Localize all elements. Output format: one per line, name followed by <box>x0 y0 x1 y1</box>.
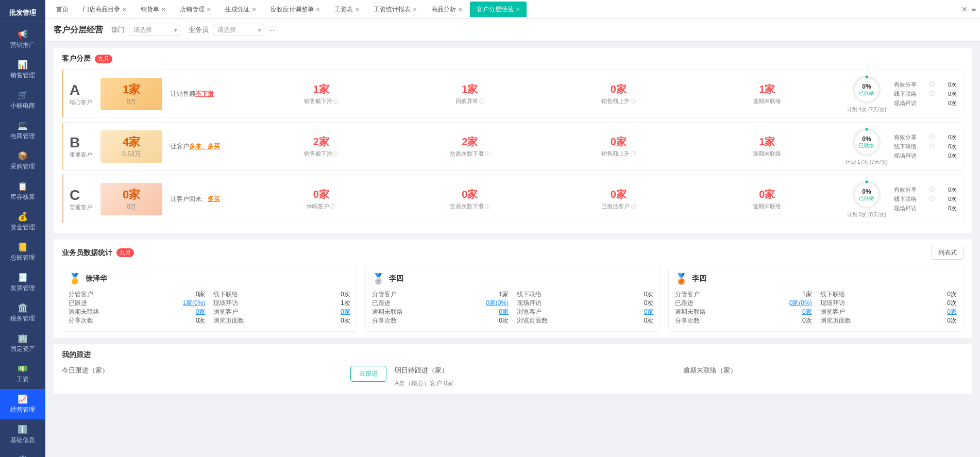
agent-0-stat-left-0: 分管客户 0家 <box>69 290 205 299</box>
tier-a-share-0-info[interactable]: ⓘ <box>930 81 935 88</box>
tier-a-stat-0-info[interactable]: ⓘ <box>333 98 339 105</box>
sidebar-item-kchj[interactable]: 📋 库存核算 <box>0 176 45 207</box>
gdzy-icon: 🏢 <box>18 333 28 343</box>
agent-0-name: 徐泽华 <box>86 274 107 283</box>
customer-tier-title: 客户分层 <box>62 54 91 63</box>
sidebar-item-jygl[interactable]: 📈 经营管理 <box>0 389 45 419</box>
tier-a-stats: 1家 销售额下滑ⓘ 1家 回购异常ⓘ 0家 销售额上升ⓘ 1家 逾期未联络 <box>245 80 843 107</box>
goto-followup-btn[interactable]: 去跟进 <box>350 366 386 382</box>
followup-tomorrow-title: 明日待跟进（家） <box>395 366 675 375</box>
tier-b-stat-2[interactable]: 0家 销售额上升ⓘ <box>546 133 691 160</box>
tab-close-all-icon[interactable]: ✕ <box>961 5 968 13</box>
xsgl-icon: 📊 <box>18 60 28 70</box>
ssgl-icon: 🏛️ <box>18 303 28 313</box>
tier-a-share-1-info[interactable]: ⓘ <box>930 90 935 97</box>
sidebar-item-gdzy[interactable]: 🏢 固定资产 <box>0 328 45 359</box>
tier-b-stat-2-info[interactable]: ⓘ <box>631 150 636 158</box>
tier-c-share-0-info[interactable]: ⓘ <box>930 186 935 193</box>
tab-store-products[interactable]: 门店商品目录 ✕ <box>76 2 133 17</box>
tab-store-mgmt-close[interactable]: ✕ <box>207 7 211 12</box>
tier-a-stat-0[interactable]: 1家 销售额下滑ⓘ <box>249 80 394 107</box>
list-view-btn[interactable]: 列表式 <box>932 246 964 260</box>
agent-more-btn[interactable]: ··· <box>268 26 275 34</box>
tab-gen-voucher-close[interactable]: ✕ <box>252 7 256 12</box>
tier-c-stat-2[interactable]: 0家 已激活客户ⓘ <box>546 185 691 212</box>
tier-c-stat-1[interactable]: 0家 交易次数下滑ⓘ <box>398 185 543 212</box>
tab-customer-tier-close[interactable]: ✕ <box>516 7 520 12</box>
gz-icon: 💵 <box>18 364 28 374</box>
tier-c-share-1-info[interactable]: ⓘ <box>930 195 935 202</box>
tab-payroll[interactable]: 工资表 ✕ <box>328 2 366 17</box>
tier-a-stat-1-info[interactable]: ⓘ <box>479 98 484 105</box>
tier-b-share-0-info[interactable]: ⓘ <box>930 133 935 141</box>
tier-b-stat-1[interactable]: 2家 交易次数下滑ⓘ <box>398 133 543 160</box>
sidebar-item-yxts[interactable]: 📢 营销推广 <box>0 24 45 55</box>
agent-1-medal: 🥈 <box>372 273 385 285</box>
sidebar-item-zjgl[interactable]: 💰 资金管理 <box>0 207 45 237</box>
sidebar-logo: 批发管理 <box>0 4 45 22</box>
tier-c-stat-1-info[interactable]: ⓘ <box>485 203 490 210</box>
page-header: 客户分层经营 部门 请选择 业务员 请选择 ··· <box>45 19 980 42</box>
tier-row-b: B 重要客户 4家 0.53万 让客户多来、多买 2家 销售额下滑ⓘ 2家 <box>62 122 964 171</box>
biz-header: 业务员数据统计 九月 列表式 <box>62 246 964 260</box>
dept-select[interactable]: 请选择 <box>129 24 180 36</box>
tab-gen-voucher[interactable]: 生成凭证 ✕ <box>218 2 263 17</box>
sidebar-item-ssgl[interactable]: 🏛️ 税务管理 <box>0 298 45 328</box>
agent-2-medal: 🥉 <box>675 273 688 285</box>
tier-a-summary[interactable]: 1家 0万 <box>100 78 162 110</box>
biz-title: 业务员数据统计 <box>62 248 112 258</box>
sidebar-item-xsgl[interactable]: 📊 销售管理 <box>0 55 45 85</box>
sidebar-item-cggl[interactable]: 📦 采购管理 <box>0 146 45 176</box>
tier-c-summary[interactable]: 0家 0万 <box>100 183 162 215</box>
sidebar-item-dsgl[interactable]: 💻 电商管理 <box>0 115 45 146</box>
tab-customer-tier[interactable]: 客户分层经营 ✕ <box>470 2 527 17</box>
tab-product-analysis-close[interactable]: ✕ <box>458 7 462 12</box>
tier-row-a: A 核心客户 1家 0万 让销售额不下滑 1家 销售额下滑ⓘ 1家 <box>62 70 964 118</box>
tier-a-stat-1[interactable]: 1家 回购异常ⓘ <box>398 80 543 107</box>
tier-b-summary[interactable]: 4家 0.53万 <box>100 130 162 163</box>
followup-section: 我的跟进 今日跟进（家） 去跟进 明日待跟进（家） A类（核心）客户 0家 <box>54 344 972 394</box>
zjgl-icon: 💰 <box>18 212 28 222</box>
sidebar-item-fpgl[interactable]: 🧾 发票管理 <box>0 267 45 298</box>
tab-sales-order-close[interactable]: ✕ <box>161 7 165 12</box>
agent-select[interactable]: 请选择 <box>213 24 264 36</box>
tier-a-stat-3[interactable]: 1家 逾期未联络 <box>695 80 840 107</box>
tab-menu-icon[interactable]: ≡ <box>972 5 976 13</box>
tier-a-stat-2[interactable]: 0家 销售额上升ⓘ <box>546 80 691 107</box>
sidebar-item-xtgl[interactable]: ⚙️ 系统管理 <box>0 450 45 457</box>
tier-b-share: 有效分享 ⓘ 0次 线下联络 ⓘ 0次 现场拜访 0次 <box>890 133 957 160</box>
tab-payroll-report[interactable]: 工资统计报表 ✕ <box>367 2 424 17</box>
tab-home[interactable]: 首页 <box>49 2 75 17</box>
tab-payroll-close[interactable]: ✕ <box>355 7 359 12</box>
tab-sales-order[interactable]: 销货单 ✕ <box>134 2 172 17</box>
xtgl-icon: ⚙️ <box>18 455 28 457</box>
sidebar-item-jcxx[interactable]: ℹ️ 基础信息 <box>0 419 45 450</box>
tier-b-stat-1-info[interactable]: ⓘ <box>485 150 490 158</box>
tier-c-stat-3[interactable]: 0家 逾期未联络 <box>695 185 840 212</box>
tab-ar-adjust-close[interactable]: ✕ <box>316 7 320 12</box>
fpgl-icon: 🧾 <box>18 273 28 282</box>
tier-a-stat-2-info[interactable]: ⓘ <box>631 98 636 105</box>
sidebar-item-gz[interactable]: 💵 工资 <box>0 359 45 389</box>
sidebar-item-zhgl[interactable]: 📒 总账管理 <box>0 237 45 267</box>
tier-b-stat-0-info[interactable]: ⓘ <box>333 150 339 158</box>
tier-c-stat-2-info[interactable]: ⓘ <box>631 203 636 210</box>
tier-b-stat-0[interactable]: 2家 销售额下滑ⓘ <box>249 133 394 160</box>
tier-c-stat-0-info[interactable]: ⓘ <box>330 203 335 210</box>
tier-b-share-1-info[interactable]: ⓘ <box>930 143 935 150</box>
agent-1-name: 李四 <box>389 274 403 283</box>
sidebar-item-xbdc[interactable]: 🛒 小畅电商 <box>0 85 45 115</box>
tab-payroll-report-close[interactable]: ✕ <box>413 7 417 12</box>
tab-store-mgmt[interactable]: 店铺管理 ✕ <box>173 2 217 17</box>
agent-1-stats: 分管客户 1家 已跟进 0家(0%) 逾期未联络 0家 <box>372 290 654 325</box>
dsgl-icon: 💻 <box>18 121 28 130</box>
kchj-icon: 📋 <box>18 181 28 191</box>
main-area: 首页 门店商品目录 ✕ 销货单 ✕ 店铺管理 ✕ 生成凭证 ✕ 应收应付调整单 … <box>45 0 980 457</box>
tab-product-analysis[interactable]: 商品分析 ✕ <box>425 2 469 17</box>
tier-b-stat-3[interactable]: 1家 逾期未联络 <box>695 133 840 160</box>
tier-c-stat-0[interactable]: 0家 休眠客户ⓘ <box>249 185 394 212</box>
tier-b-suggest: 让客户多来、多买 <box>162 142 245 151</box>
tab-ar-adjust[interactable]: 应收应付调整单 ✕ <box>264 2 327 17</box>
tier-b-stats: 2家 销售额下滑ⓘ 2家 交易次数下滑ⓘ 0家 销售额上升ⓘ 1家 逾期未联络 <box>245 133 843 160</box>
tab-store-products-close[interactable]: ✕ <box>122 7 126 12</box>
